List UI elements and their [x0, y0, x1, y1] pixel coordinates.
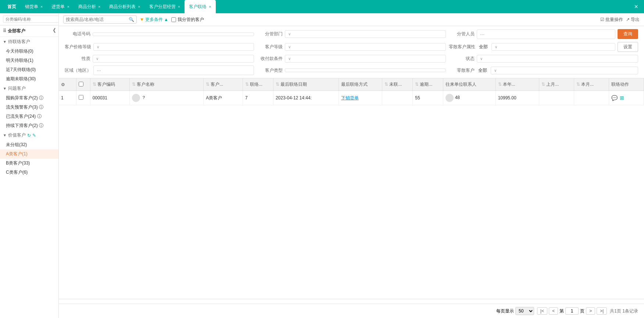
close-analysis-list-tab[interactable]: × — [138, 4, 140, 9]
h-scroll-inner — [59, 299, 390, 304]
sidebar-collapse-btn[interactable]: 《 — [50, 28, 56, 34]
all-customer-header[interactable]: ⠿ 全部客户 《 — [0, 25, 58, 37]
sidebar-item-today[interactable]: 今天待联络(0) — [0, 47, 58, 56]
col-settings[interactable]: ⚙ — [59, 78, 76, 91]
col-method-header[interactable]: 最后联络方式 — [339, 78, 382, 91]
sidebar-item-7days[interactable]: 近7天待联络(0) — [0, 65, 58, 74]
filter-icon: ▼ — [140, 17, 144, 22]
main-search-icon[interactable]: 🔍 — [129, 17, 134, 22]
nav-item-purchase[interactable]: 进货单 × — [47, 0, 74, 13]
per-page-select[interactable]: 50 100 200 — [515, 307, 534, 315]
col-thismonth-header[interactable]: ⇅本月... — [574, 78, 609, 91]
sidebar-item-declining[interactable]: 持续下滑客户(2) ⓘ — [0, 121, 58, 130]
filter-row-retail-attr: 零散客户属性 全部 ∨ 设置 — [449, 42, 638, 52]
nav-item-customer-contact[interactable]: 客户联络 × — [185, 0, 215, 13]
close-sales-tab[interactable]: × — [40, 4, 43, 9]
col-code-header[interactable]: ⇅客户编码 — [90, 78, 129, 91]
refresh-icon[interactable]: ↻ — [27, 133, 31, 138]
qr-icon[interactable]: ⊞ — [620, 95, 624, 101]
col-checkbox[interactable] — [76, 78, 90, 91]
my-customer-checkbox[interactable]: 我分管的客户 — [171, 17, 204, 23]
batch-op-btn[interactable]: ☑ 批量操作 — [600, 17, 623, 23]
sidebar-item-stockpile[interactable]: 囤购异常客户(2) ⓘ — [0, 93, 58, 103]
col-grade-header[interactable]: ⇅客户... — [204, 78, 243, 91]
filter-region-input[interactable]: ··· — [93, 66, 254, 75]
more-filter-btn[interactable]: ▼ 更多条件 ▲ — [140, 17, 168, 23]
filter-row-status: 状态 ∨ — [449, 55, 638, 63]
sidebar-item-churned[interactable]: 已流失客户(24) ⓘ — [0, 112, 58, 121]
next-page-btn[interactable]: > — [586, 307, 595, 315]
filter-customer-grade-input[interactable]: ∨ — [285, 43, 446, 51]
filter-dept-input[interactable]: ∨ — [285, 30, 446, 38]
nav-item-sales[interactable]: 销货单 × — [21, 0, 47, 13]
message-icon[interactable]: 💬 — [611, 95, 618, 101]
method-link[interactable]: 下销货单 — [341, 95, 359, 100]
settings-icon[interactable]: ⚙ — [61, 82, 65, 87]
col-lastmonth-header[interactable]: ⇅上月... — [539, 78, 574, 91]
sidebar-search-input[interactable] — [3, 15, 59, 23]
col-unit-contact-header[interactable]: 往来单位联系人 — [443, 78, 495, 91]
section-value-customer[interactable]: ▼ 价值客户 ↻ ✎ — [0, 130, 58, 140]
col-action-header: 联络动作 — [609, 78, 644, 91]
prev-page-btn[interactable]: < — [549, 307, 558, 315]
settings-btn[interactable]: 设置 — [618, 42, 638, 52]
filter-nature-input[interactable]: ∨ — [93, 55, 254, 63]
edit-group-icon[interactable]: ✎ — [32, 133, 36, 138]
col-year-header[interactable]: ⇅本年... — [495, 78, 539, 91]
cell-this-month — [574, 91, 609, 105]
col-date-header[interactable]: ⇅最后联络日期 — [273, 78, 339, 91]
filter-phone-input[interactable] — [93, 32, 254, 36]
cell-check[interactable] — [76, 91, 90, 105]
query-btn[interactable]: 查询 — [618, 29, 638, 39]
close-contact-tab[interactable]: × — [209, 4, 211, 9]
filter-row-phone: 电话号码 — [65, 29, 254, 39]
section-pending-contact[interactable]: ▼ 待联络客户 — [0, 37, 58, 47]
nav-item-home[interactable]: 首页 — [3, 0, 21, 13]
filter-payment-input[interactable]: ∨ — [285, 55, 446, 63]
cell-last-method: 下销货单 — [339, 91, 382, 105]
export-btn[interactable]: ↗ 导出 — [626, 17, 640, 23]
select-all-checkbox[interactable] — [79, 82, 83, 86]
sidebar-item-c-class[interactable]: C类客户(6) — [0, 168, 58, 177]
filter-row-payment: 收付款条件 ∨ — [257, 55, 446, 63]
top-nav: 首页 销货单 × 进货单 × 商品分析 × 商品分析列表 × 客户分层经营 × … — [0, 0, 644, 13]
close-segment-tab[interactable]: × — [178, 4, 180, 9]
col-overdue-header[interactable]: ⇅逾期... — [413, 78, 443, 91]
sidebar-item-tomorrow[interactable]: 明天待联络(1) — [0, 56, 58, 65]
filter-person-input[interactable]: ··· — [477, 29, 615, 39]
close-analysis-tab[interactable]: × — [98, 4, 100, 9]
table-row: 1 000031 ？ A类客户 7 2023-04-12 14:44: 下销货单… — [59, 91, 644, 105]
my-customer-check[interactable] — [171, 17, 176, 22]
section-problem-customer[interactable]: ▼ 问题客户 — [0, 84, 58, 93]
col-name-header[interactable]: ⇅客户名称 — [129, 78, 204, 91]
total-label: 共1页 1条记录 — [610, 308, 638, 314]
filter-price-grade-input[interactable]: ∨ — [93, 43, 254, 51]
table-scroll[interactable]: ⚙ ⇅客户编码 ⇅客户名称 ⇅客户... ⇅联络... ⇅最后联络日期 最后联络… — [59, 78, 644, 299]
filter-row-dept: 分管部门 ∨ — [257, 29, 446, 39]
filter-retail-input[interactable]: ∨ — [491, 67, 638, 74]
col-contact-header[interactable]: ⇅联络... — [243, 78, 273, 91]
filter-status-input[interactable]: ∨ — [477, 55, 638, 63]
sidebar-item-churn-warning[interactable]: 流失预警客户(3) ⓘ — [0, 103, 58, 112]
main-search-input[interactable] — [66, 17, 129, 22]
nav-item-customer-segment[interactable]: 客户分层经营 × — [145, 0, 185, 13]
close-purchase-tab[interactable]: × — [67, 4, 69, 9]
sidebar-item-overdue[interactable]: 逾期未联络(30) — [0, 74, 58, 84]
last-page-btn[interactable]: >| — [597, 307, 607, 315]
page-input[interactable] — [565, 307, 579, 315]
filter-type-input[interactable] — [285, 68, 446, 72]
sidebar-item-unclassified[interactable]: 未分组(32) — [0, 140, 58, 149]
sidebar-item-b-class[interactable]: B类客户(33) — [0, 159, 58, 168]
search-wrap: 🔍 — [63, 15, 137, 24]
filter-retail-attr-input[interactable]: ∨ — [491, 43, 615, 51]
filter-row-nature: 性质 ∨ — [65, 55, 254, 63]
nav-item-analysis[interactable]: 商品分析 × — [74, 0, 105, 13]
first-page-btn[interactable]: |< — [537, 307, 547, 315]
sidebar-item-a-class[interactable]: A类客户(1) — [0, 149, 58, 159]
row-checkbox[interactable] — [79, 95, 83, 100]
filter-bar: 🔍 ▼ 更多条件 ▲ 我分管的客户 ☑ 批量操作 ↗ 导出 — [59, 13, 644, 26]
nav-item-analysis-list[interactable]: 商品分析列表 × — [105, 0, 144, 13]
h-scroll-area[interactable] — [59, 299, 644, 304]
col-uncontact-header[interactable]: ⇅未联... — [382, 78, 413, 91]
close-all-btn[interactable]: × — [631, 3, 641, 11]
